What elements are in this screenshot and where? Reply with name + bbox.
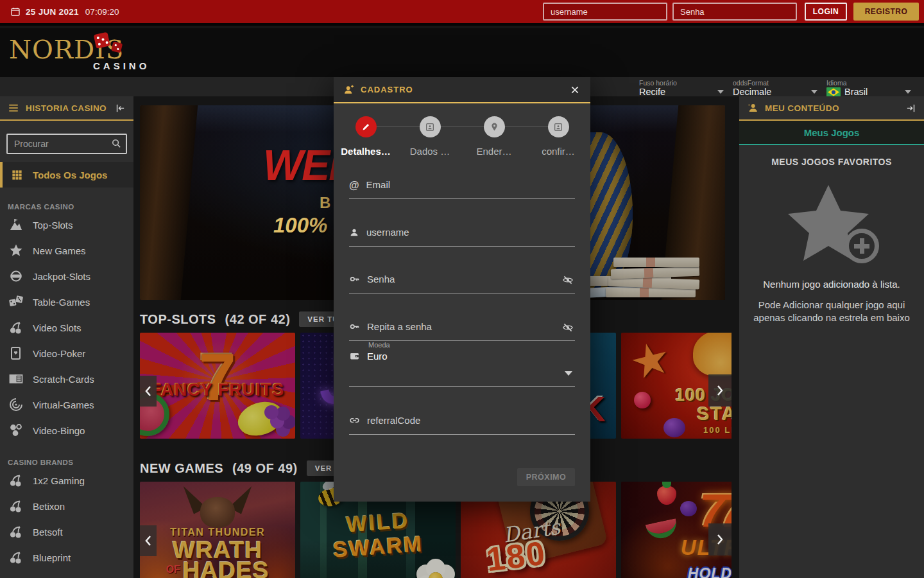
carousel-next-button[interactable] xyxy=(708,374,732,407)
field-label: username xyxy=(366,227,409,238)
close-icon[interactable] xyxy=(569,83,581,96)
logo-bar: NORDIS CASINO xyxy=(0,28,924,77)
favorites-empty-illustration xyxy=(787,184,877,262)
password-field[interactable]: Senha xyxy=(349,247,575,293)
sidebar-item-new-games[interactable]: New Games xyxy=(0,238,133,263)
game-tile-fancy-fruits[interactable]: 7 FANCY FRUITS xyxy=(140,333,295,439)
sidebar-item-label: Betsoft xyxy=(33,527,63,538)
sidebar-item-jackpot-slots[interactable]: Jackpot-Slots xyxy=(0,263,133,289)
odds-format-label: oddsFormat xyxy=(733,79,824,87)
person-icon xyxy=(349,227,359,238)
sidebar-item-label: New Games xyxy=(33,245,86,256)
sidebar-item-betsoft[interactable]: Betsoft xyxy=(0,519,133,545)
sidebar-item-table-games[interactable]: Table-Games xyxy=(0,289,133,315)
step-details[interactable]: Detalhes… xyxy=(334,116,398,157)
password-field[interactable] xyxy=(672,3,797,21)
carousel-prev-button[interactable] xyxy=(140,525,157,556)
dice-icon xyxy=(91,32,124,55)
modal-title: CADASTRO xyxy=(361,85,563,94)
sidebar-item-top-slots[interactable]: Top-Slots xyxy=(0,212,133,238)
sidebar-item-video-poker[interactable]: Video-Poker xyxy=(0,340,133,366)
sidebar-item-label: Video Slots xyxy=(33,322,81,333)
left-sidebar: HISTORIA CASINO Todos Os Jogos MARCAS CA… xyxy=(0,96,133,578)
login-button[interactable]: LOGIN xyxy=(805,3,847,21)
step-address[interactable]: Ender… xyxy=(462,116,526,157)
field-label: Email xyxy=(366,180,391,190)
sidebar-item-scratch-cards[interactable]: Scratch-Cards xyxy=(0,366,133,392)
timezone-select[interactable]: Fuso horário Recife xyxy=(639,79,730,98)
tile-dim-overlay xyxy=(140,333,295,439)
badge-icon xyxy=(548,116,569,137)
tab-meus-jogos[interactable]: Meus Jogos xyxy=(739,121,924,145)
chevron-down-icon xyxy=(905,90,911,94)
sidebar-item-label: Betixon xyxy=(33,501,65,512)
cherry-icon xyxy=(8,320,24,335)
cherry-icon xyxy=(8,498,24,514)
field-label: Senha xyxy=(367,274,395,285)
repeat-password-field[interactable]: Repita a senha xyxy=(349,293,575,341)
odds-format-select[interactable]: oddsFormat Decimale xyxy=(733,79,824,98)
field-label: referralCode xyxy=(367,416,420,426)
step-label: confir… xyxy=(542,146,575,157)
cherry-icon xyxy=(8,550,24,565)
cherry-icon xyxy=(8,473,24,488)
key-icon xyxy=(349,274,360,285)
timezone-label: Fuso horário xyxy=(639,79,730,87)
sidebar-item-blueprint[interactable]: Blueprint xyxy=(0,545,133,570)
referral-code-field[interactable]: referralCode xyxy=(349,387,575,435)
step-confirm[interactable]: confir… xyxy=(526,116,590,157)
sidebar-item-label: Video-Bingo xyxy=(33,425,85,436)
scratch-card-icon xyxy=(8,371,24,387)
location-pin-icon xyxy=(484,116,505,137)
step-personal-data[interactable]: Dados … xyxy=(398,116,462,157)
email-field[interactable]: @ Email xyxy=(349,177,575,199)
sidebar-item-label: 1x2 Gaming xyxy=(33,475,85,486)
collapse-right-icon[interactable] xyxy=(905,103,916,114)
sidebar-item-label: Video-Poker xyxy=(33,348,85,359)
eye-off-icon[interactable] xyxy=(562,274,574,286)
chevron-down-icon xyxy=(717,90,724,94)
carousel-next-button[interactable] xyxy=(708,523,732,556)
dice-icon xyxy=(8,294,24,310)
search-input[interactable] xyxy=(6,134,127,154)
chevron-right-icon xyxy=(716,534,724,545)
badge-icon xyxy=(420,116,441,137)
star-icon xyxy=(8,243,24,258)
poker-card-icon xyxy=(8,346,24,361)
sidebar-item-video-slots[interactable]: Video Slots xyxy=(0,315,133,340)
language-select[interactable]: Idioma Brasil xyxy=(826,79,918,98)
key-icon xyxy=(349,321,360,332)
chevron-down-icon xyxy=(811,90,817,94)
row-title: NEW GAMES xyxy=(140,461,223,476)
grid-icon xyxy=(9,169,24,181)
cherry-icon xyxy=(8,524,24,539)
currency-value: Euro xyxy=(367,351,388,362)
eye-off-icon[interactable] xyxy=(562,322,574,333)
plus-circle-icon xyxy=(844,229,879,263)
registration-stepper: Detalhes… Dados … Ender… xyxy=(334,116,590,177)
timezone-value: Recife xyxy=(639,87,665,98)
next-button[interactable]: PRÓXIMO xyxy=(517,468,575,486)
collapse-left-icon[interactable] xyxy=(115,103,126,114)
sidebar-item-betixon[interactable]: Betixon xyxy=(0,493,133,519)
game-tile-titan-thunder[interactable]: TITAN THUNDER WRATH OF HADES xyxy=(140,482,295,578)
carousel-prev-button[interactable] xyxy=(140,376,157,407)
sidebar-item-1x2-gaming[interactable]: 1x2 Gaming xyxy=(0,468,133,493)
person-icon xyxy=(747,102,758,114)
search-icon[interactable] xyxy=(111,138,122,149)
registration-modal: CADASTRO Detalhes… Dados … xyxy=(334,77,590,502)
sidebar-item-video-bingo[interactable]: Video-Bingo xyxy=(0,417,133,443)
row-title: TOP-SLOTS xyxy=(140,312,216,327)
tile-dim-overlay xyxy=(140,482,295,578)
register-button[interactable]: REGISTRO xyxy=(853,3,919,21)
username-field[interactable] xyxy=(543,3,667,21)
sidebar-item-virtual-games[interactable]: Virtual-Games xyxy=(0,392,133,417)
section-header-marcas: MARCAS CASINO xyxy=(8,203,133,211)
currency-select[interactable]: Moeda Euro xyxy=(349,341,575,387)
menu-icon[interactable] xyxy=(8,102,19,114)
odds-format-value: Decimale xyxy=(733,87,771,98)
username-field[interactable]: username xyxy=(349,199,575,247)
sidebar-item-all-games[interactable]: Todos Os Jogos xyxy=(0,162,133,188)
bingo-balls-icon xyxy=(8,423,24,438)
right-sidebar: MEU CONTEÚDO Meus Jogos MEUS JOGOS FAVOR… xyxy=(739,96,924,578)
